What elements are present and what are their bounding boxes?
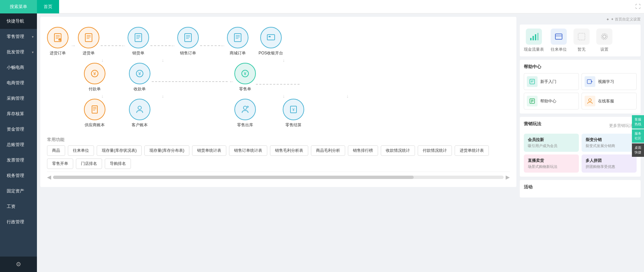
quick-icon-label-partners: 往来单位 <box>551 47 567 52</box>
func-btn-sales-rank[interactable]: 销售排行榜 <box>348 145 378 156</box>
top-bar: 搜索菜单 首页 ⛶ <box>0 0 644 13</box>
marketing-item-fission[interactable]: 裂变分销 裂变式发展分销商 <box>582 134 637 152</box>
sidebar-label-payroll: 工资 <box>7 203 15 210</box>
sidebar-item-assets[interactable]: 固定资产 <box>0 183 37 199</box>
svg-rect-44 <box>555 34 562 39</box>
scroll-left-btn[interactable]: ◀ <box>47 174 51 180</box>
search-menu-button[interactable]: 搜索菜单 <box>0 0 37 13</box>
quick-icon-partners[interactable]: 往来单位 <box>551 29 567 52</box>
marketing-header: 营销玩法 更多营销玩法 > <box>524 121 637 130</box>
node-circle-customer-ledger <box>129 99 150 120</box>
node-circle-receipt: ¥ <box>129 63 150 84</box>
sidebar-item-admin[interactable]: 行政管理 <box>0 214 37 230</box>
help-label-beginner: 新手入门 <box>540 79 556 85</box>
svg-text:¥: ¥ <box>138 71 141 76</box>
func-btn-stock-status[interactable]: 现存量(库存状况表) <box>97 145 142 156</box>
help-item-beginner[interactable]: 新手入门 <box>524 73 579 90</box>
scroll-track[interactable] <box>53 176 504 179</box>
node-sales[interactable]: 销货单 <box>128 27 149 56</box>
sidebar-item-wholesale[interactable]: 批发管理 ▾ <box>0 44 37 60</box>
sidebar-item-purchase[interactable]: 采购管理 <box>0 91 37 106</box>
sidebar-item-inventory[interactable]: 库存核算 <box>0 106 37 122</box>
help-label-onlineservice: 在线客服 <box>598 98 614 104</box>
tab-home[interactable]: 首页 <box>37 0 59 13</box>
arrow-purchase-to-stock: → <box>71 43 76 56</box>
func-btn-payment-stats[interactable]: 付款情况统计 <box>418 145 452 156</box>
func-btn-guide-rank[interactable]: 导购排名 <box>105 158 131 169</box>
node-retail-settlement[interactable]: ¥ 零售结算 <box>283 99 304 128</box>
sidebar-label-finance: 资金管理 <box>7 126 24 132</box>
float-btn-desktop[interactable]: 桌面快捷 <box>632 143 644 157</box>
help-item-onlineservice[interactable]: 在线客服 <box>582 93 637 109</box>
func-buttons-container: 商品 往来单位 现存量(库存状况表) 现存量(库存分布表) 销货单统计表 销售订… <box>47 145 510 169</box>
func-btn-order-stats[interactable]: 销售订单统计表 <box>229 145 267 156</box>
sidebar-label-tax: 税务管理 <box>7 173 24 179</box>
svg-rect-31 <box>92 106 97 113</box>
sidebar-item-payroll[interactable]: 工资 <box>0 199 37 214</box>
sidebar-item-retail[interactable]: 零售管理 ▾ <box>0 29 37 44</box>
func-btn-stock-dist[interactable]: 现存量(库存分布表) <box>144 145 189 156</box>
help-label-helpcenter: 帮助中心 <box>540 98 556 104</box>
svg-rect-52 <box>587 80 591 84</box>
sidebar-item-quicknav[interactable]: 快捷导航 <box>0 13 37 29</box>
float-btn-community[interactable]: 服务社区 <box>632 129 644 143</box>
quick-icon-settings[interactable]: 设置 <box>596 29 612 52</box>
marketing-item-live[interactable]: 直播卖货 场景式购物新玩法 <box>524 154 579 173</box>
func-btn-receipt-stats[interactable]: 收款情况统计 <box>381 145 415 156</box>
sidebar-item-invoice[interactable]: 发票管理 <box>0 152 37 168</box>
help-item-video[interactable]: 视频学习 <box>582 73 637 90</box>
func-btn-retail-order[interactable]: 零售开单 <box>47 158 73 169</box>
node-pos[interactable]: POS收银开台 <box>259 27 283 56</box>
svg-point-35 <box>138 106 141 109</box>
sidebar-item-ledger[interactable]: 总账管理 <box>0 137 37 152</box>
node-purchase-order[interactable]: ✓ 进货订单 <box>47 27 68 56</box>
scroll-right-btn[interactable]: ▶ <box>506 174 510 180</box>
marketing-item-groupbuy[interactable]: 多人拼团 拼团购物享受优惠 <box>582 154 637 173</box>
node-retail[interactable]: ¥ 零售单 <box>234 63 256 92</box>
sidebar-label-ledger: 总账管理 <box>7 142 24 148</box>
marketing-title-groupbuy: 多人拼团 <box>586 158 633 164</box>
func-btn-gross-margin[interactable]: 销售毛利分析表 <box>270 145 308 156</box>
marketing-item-member[interactable]: 会员拉新 吸引用户成为会员 <box>524 134 579 152</box>
gear-icon-small: ✦ <box>606 17 609 22</box>
func-btn-store-rank[interactable]: 门店排名 <box>76 158 102 169</box>
sidebar-item-finance[interactable]: 资金管理 <box>0 122 37 137</box>
node-mall-order[interactable]: 商城订单 <box>227 27 248 56</box>
help-label-video: 视频学习 <box>598 79 614 85</box>
sidebar-item-tax[interactable]: 税务管理 <box>0 168 37 183</box>
func-btn-goods[interactable]: 商品 <box>47 145 65 156</box>
svg-rect-6 <box>85 34 92 42</box>
svg-point-48 <box>601 34 607 40</box>
expand-button[interactable]: ⛶ <box>635 4 644 10</box>
help-item-helpcenter[interactable]: 帮助中心 <box>524 93 579 109</box>
node-label-stock-in: 进货单 <box>83 50 95 56</box>
float-btn-service[interactable]: 客服热线 <box>632 115 644 129</box>
node-customer-ledger[interactable]: 客户账本 <box>129 99 150 128</box>
node-stock-in[interactable]: 进货单 <box>78 27 99 56</box>
node-circle-retail-outbound <box>234 99 256 120</box>
sidebar-label-admin: 行政管理 <box>7 219 24 225</box>
node-payment[interactable]: ¥ 付款单 <box>84 63 105 92</box>
quick-icon-cashflow[interactable]: 现金流量表 <box>524 29 544 52</box>
node-supplier-ledger[interactable]: 供应商账本 <box>84 99 105 128</box>
node-receipt[interactable]: ¥ 收款单 <box>129 63 150 92</box>
quick-nav-card: ✓ 进货订单 → 进货单 <box>40 17 516 187</box>
customize-header[interactable]: ✦ ✦ 首页自定义设置 <box>520 17 641 22</box>
quick-icon-label-none: 暂无 <box>578 47 586 52</box>
node-label-mall-order: 商城订单 <box>230 50 246 56</box>
svg-text:¥: ¥ <box>93 71 96 76</box>
node-label-customer-ledger: 客户账本 <box>132 122 148 128</box>
svg-rect-49 <box>530 79 535 84</box>
func-btn-partners[interactable]: 往来单位 <box>68 145 94 156</box>
sidebar-item-xiaochang[interactable]: 小畅电商 <box>0 60 37 75</box>
func-btn-purchase-stats[interactable]: 进货单统计表 <box>455 145 489 156</box>
func-btn-product-margin[interactable]: 商品毛利分析 <box>311 145 345 156</box>
node-retail-outbound[interactable]: 零售出库 <box>234 99 256 128</box>
func-btn-sales-stats[interactable]: 销货单统计表 <box>192 145 226 156</box>
node-circle-payment: ¥ <box>84 63 105 84</box>
sidebar-item-ecommerce[interactable]: 电商管理 <box>0 75 37 91</box>
sidebar-settings-button[interactable]: ⚙ <box>0 257 37 272</box>
node-sales-order[interactable]: 销售订单 <box>177 27 199 56</box>
quick-icon-none[interactable]: 暂无 <box>573 29 590 52</box>
svg-text:✓: ✓ <box>59 39 61 41</box>
